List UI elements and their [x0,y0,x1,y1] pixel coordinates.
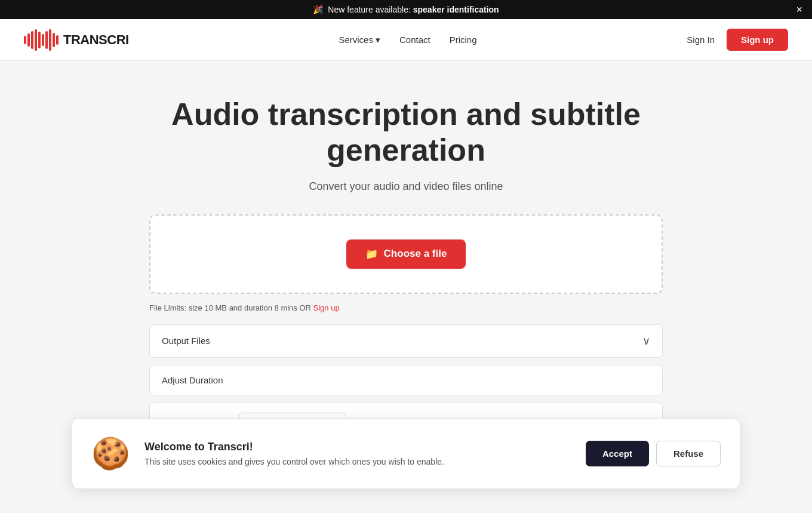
nav-pricing-link[interactable]: Pricing [450,35,477,45]
cookie-banner: 🍪 Welcome to Transcri! This site uses co… [72,418,740,489]
output-files-accordion: Output Files ∨ [149,324,663,358]
cookie-description: This site uses cookies and gives you con… [144,457,571,466]
nav-contact-link[interactable]: Contact [399,35,430,45]
logo-waves-icon [24,29,59,51]
close-banner-button[interactable]: × [796,4,802,16]
folder-icon: 📁 [365,248,378,260]
cookie-actions: Accept Refuse [586,441,721,466]
chevron-down-icon: ∨ [642,334,650,348]
adjust-duration-header[interactable]: Adjust Duration [150,365,662,395]
choose-file-button[interactable]: 📁 Choose a file [346,239,466,269]
nav-services-link[interactable]: Services ▾ [339,35,380,45]
logo-text: TRANSCRI [63,32,129,48]
navbar: TRANSCRI Services ▾ Contact Pricing Sign… [0,19,812,61]
logo[interactable]: TRANSCRI [24,29,129,51]
chevron-down-icon: ▾ [376,35,380,45]
banner-emoji: 🎉 [313,5,323,14]
hero-subtitle: Convert your audio and video files onlin… [149,180,663,193]
output-files-header[interactable]: Output Files ∨ [150,325,662,357]
cookie-text: Welcome to Transcri! This site uses cook… [144,441,571,466]
upload-area[interactable]: 📁 Choose a file [149,214,663,294]
nav-right: Sign In Sign up [687,29,788,51]
sign-up-button[interactable]: Sign up [727,29,788,51]
sign-in-button[interactable]: Sign In [687,35,715,45]
refuse-cookies-button[interactable]: Refuse [656,441,721,466]
file-limits-signup-link[interactable]: Sign up [313,303,340,312]
file-limits-text: File Limits: size 10 MB and duration 8 m… [149,303,663,312]
nav-links: Services ▾ Contact Pricing [339,35,476,45]
cookie-icon: 🍪 [91,435,130,472]
banner-text: New feature available: speaker identific… [328,5,499,14]
adjust-duration-accordion: Adjust Duration [149,365,663,395]
announcement-banner: 🎉 New feature available: speaker identif… [0,0,812,19]
hero-title: Audio transcription and subtitle generat… [149,97,663,168]
accept-cookies-button[interactable]: Accept [586,441,649,466]
cookie-title: Welcome to Transcri! [144,441,571,453]
